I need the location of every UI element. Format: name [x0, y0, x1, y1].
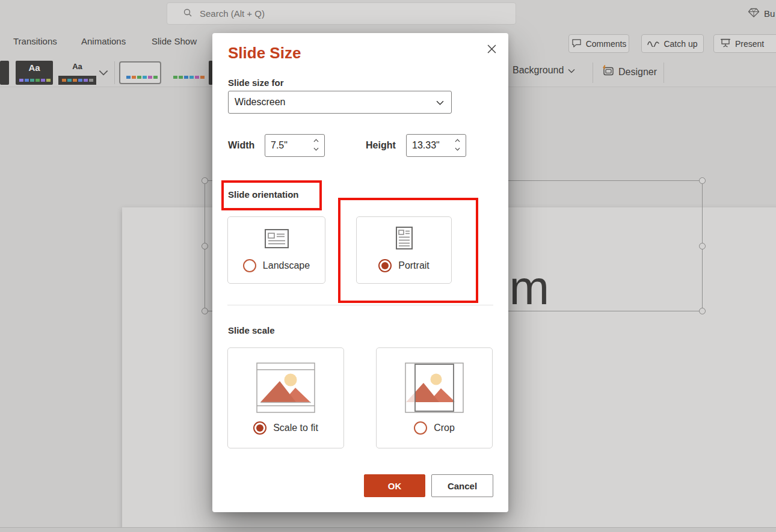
- spinner-up-icon: [455, 139, 460, 142]
- width-value: 7.5": [271, 140, 288, 151]
- ribbon-group-divider: [664, 63, 664, 83]
- selection-handle-bottom-left[interactable]: [202, 308, 208, 314]
- scale-to-fit-option-card[interactable]: Scale to fit: [227, 347, 344, 448]
- width-label: Width: [228, 140, 254, 151]
- crop-image-icon: [377, 362, 492, 413]
- ok-button[interactable]: OK: [364, 474, 425, 497]
- theme-color-swatches: [19, 79, 51, 82]
- present-label: Present: [735, 39, 764, 49]
- height-label: Height: [366, 140, 396, 151]
- slide-size-for-value: Widescreen: [235, 97, 285, 108]
- background-label: Background: [513, 65, 564, 76]
- present-icon: [720, 38, 731, 49]
- chevron-down-icon: [568, 65, 575, 76]
- landscape-option-card[interactable]: Landscape: [227, 216, 325, 284]
- selection-handle-mid-right[interactable]: [699, 243, 706, 249]
- cancel-button[interactable]: Cancel: [431, 474, 493, 497]
- chevron-down-icon: [436, 100, 444, 105]
- selection-handle-top-left[interactable]: [202, 177, 208, 184]
- scale-to-fit-label: Scale to fit: [273, 423, 318, 433]
- theme-thumbnail-1[interactable]: Aa: [16, 61, 53, 85]
- catch-up-label: Catch up: [664, 39, 697, 49]
- selection-handle-bottom-right[interactable]: [699, 308, 706, 314]
- search-placeholder: Search (Alt + Q): [200, 8, 265, 19]
- height-value: 13.33": [412, 140, 440, 151]
- variant-thumbnail-selected[interactable]: [119, 61, 161, 84]
- landscape-document-icon: [228, 229, 325, 248]
- tab-slide-show[interactable]: Slide Show: [152, 36, 197, 46]
- dialog-title: Slide Size: [228, 44, 301, 63]
- spinner-down-icon: [313, 147, 319, 151]
- selection-handle-top-right[interactable]: [699, 177, 706, 184]
- themes-gallery-chevron-icon[interactable]: [99, 67, 108, 78]
- tab-transitions[interactable]: Transitions: [13, 36, 57, 46]
- landscape-label: Landscape: [263, 260, 310, 271]
- selection-handle-mid-left[interactable]: [202, 243, 208, 249]
- theme-sample-text: Aa: [58, 62, 96, 71]
- designer-icon: [602, 65, 614, 79]
- variant-thumbnail-2[interactable]: [167, 63, 208, 83]
- gem-icon: [748, 7, 760, 20]
- width-stepper[interactable]: 7.5": [265, 134, 325, 157]
- gallery-divider: [114, 61, 115, 84]
- tab-animations[interactable]: Animations: [81, 36, 126, 46]
- comments-icon: [571, 38, 582, 49]
- crop-option-card[interactable]: Crop: [376, 347, 493, 448]
- search-icon: [183, 8, 192, 19]
- upgrade-button[interactable]: Bu: [748, 7, 775, 20]
- designer-button[interactable]: Designer: [602, 65, 657, 79]
- comments-label: Comments: [586, 39, 627, 49]
- theme-sample-text: Aa: [16, 63, 53, 73]
- search-input[interactable]: Search (Alt + Q): [167, 2, 516, 25]
- scale-to-fit-radio[interactable]: [253, 421, 266, 435]
- theme-thumbnail-partial[interactable]: [0, 61, 9, 85]
- upgrade-label: Bu: [764, 8, 775, 19]
- present-button[interactable]: Present: [713, 34, 776, 53]
- theme-color-swatches: [62, 79, 93, 82]
- ribbon-group-divider: [593, 63, 593, 83]
- catch-up-button[interactable]: Catch up: [641, 34, 704, 53]
- crop-label: Crop: [434, 423, 455, 433]
- section-divider: [227, 305, 493, 305]
- annotation-box-portrait-card: [338, 198, 478, 303]
- close-icon[interactable]: [485, 43, 497, 55]
- designer-label: Designer: [618, 67, 657, 78]
- background-dropdown[interactable]: Background: [513, 65, 575, 76]
- theme-thumbnail-2[interactable]: Aa: [58, 61, 96, 85]
- catch-up-icon: [647, 39, 659, 49]
- scale-to-fit-image-icon: [228, 362, 343, 413]
- slide-size-for-label: Slide size for: [228, 78, 284, 88]
- variant-color-swatches: [173, 76, 205, 79]
- spinner-down-icon: [455, 147, 460, 151]
- crop-radio[interactable]: [414, 421, 427, 435]
- status-bar: [0, 527, 776, 532]
- spinner-up-icon: [313, 139, 319, 142]
- landscape-radio[interactable]: [243, 259, 256, 272]
- top-bar: Search (Alt + Q) Bu: [0, 0, 776, 30]
- comments-button[interactable]: Comments: [568, 34, 629, 53]
- slide-scale-label: Slide scale: [228, 325, 275, 335]
- variant-color-swatches: [126, 76, 158, 79]
- annotation-box-orientation-label: [221, 180, 322, 210]
- slide-size-for-select[interactable]: Widescreen: [228, 91, 452, 114]
- height-stepper[interactable]: 13.33": [406, 134, 466, 157]
